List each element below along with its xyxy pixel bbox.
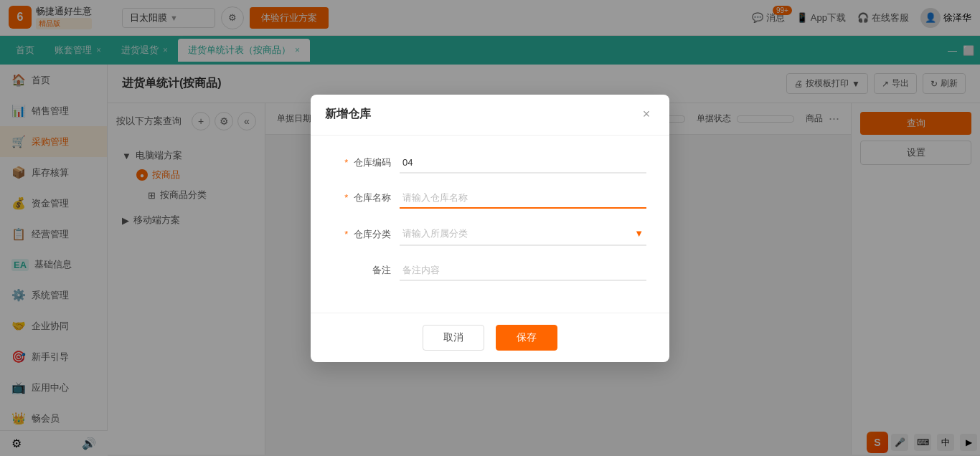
cancel-button[interactable]: 取消 [423,325,484,351]
code-input[interactable] [400,153,646,174]
category-dropdown-arrow: ▼ [634,228,644,239]
dialog-body: * 仓库编码 * 仓库名称 * 仓库分类 请输入所属 [311,136,669,313]
form-row-code: * 仓库编码 [334,153,646,174]
required-mark-code: * [344,157,348,168]
add-warehouse-dialog: 新增仓库 × * 仓库编码 * 仓库名称 [311,95,669,362]
form-row-name: * 仓库名称 [334,188,646,209]
dialog-header: 新增仓库 × [311,95,669,136]
required-mark-category: * [344,229,348,239]
form-row-category: * 仓库分类 请输入所属分类 ▼ [334,223,646,246]
remark-label: 备注 [334,264,391,277]
name-input[interactable] [400,188,646,209]
category-select[interactable]: 请输入所属分类 ▼ [400,223,646,246]
category-placeholder: 请输入所属分类 [402,227,468,240]
save-button[interactable]: 保存 [496,325,557,351]
name-label: * 仓库名称 [334,191,391,204]
dialog-close-btn[interactable]: × [638,106,655,123]
required-mark-name: * [344,192,348,203]
remark-input[interactable] [400,260,646,281]
dialog-title: 新增仓库 [325,107,371,122]
modal-overlay[interactable]: 新增仓库 × * 仓库编码 * 仓库名称 [0,0,980,456]
dialog-footer: 取消 保存 [311,313,669,362]
category-label: * 仓库分类 [334,228,391,241]
code-label: * 仓库编码 [334,156,391,169]
form-row-remark: 备注 [334,260,646,281]
